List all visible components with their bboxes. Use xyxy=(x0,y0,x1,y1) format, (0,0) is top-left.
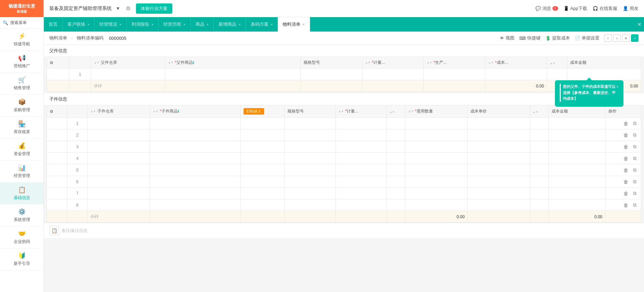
message-button[interactable]: 💬 消息 6 xyxy=(535,5,558,12)
child-row-required-qty-cell[interactable] xyxy=(405,141,468,153)
child-row-spec-cell[interactable] xyxy=(284,176,335,188)
child-row-spec-cell[interactable] xyxy=(284,188,335,199)
parent-row-goods-cell[interactable] xyxy=(165,69,301,80)
child-row-goods-cell[interactable] xyxy=(150,176,241,188)
nav-list-button[interactable]: ≡ xyxy=(622,34,630,42)
delete-row-icon[interactable]: 🗑 xyxy=(622,167,629,174)
parent-row-unit-cell[interactable] xyxy=(362,69,424,80)
child-row-cost-price-cell[interactable] xyxy=(468,188,530,199)
tab-customers-close[interactable]: × xyxy=(87,22,89,26)
sidebar-item-inventory[interactable]: 🏪 库存核算 xyxy=(0,117,44,139)
parent-row-produce-cell[interactable] xyxy=(424,69,485,80)
child-row-required-qty-cell[interactable] xyxy=(405,129,468,141)
app-download-button[interactable]: 📱 App下载 xyxy=(564,5,587,12)
online-service-button[interactable]: 🎧 在线客服 xyxy=(593,5,617,12)
child-row-required-qty-cell[interactable] xyxy=(405,176,468,188)
tab-operations-status[interactable]: 经营情况 × xyxy=(95,17,126,32)
child-row-spec-cell[interactable] xyxy=(284,199,335,211)
child-row-warehouse-cell[interactable] xyxy=(88,129,150,141)
parent-settings-icon[interactable]: ⚙ xyxy=(50,60,53,65)
sidebar-item-system[interactable]: ⚙️ 系统管理 xyxy=(0,205,44,226)
delete-row-icon[interactable]: 🗑 xyxy=(622,143,629,150)
child-row-unit-cell[interactable] xyxy=(335,129,386,141)
nav-add-button[interactable]: + xyxy=(631,34,639,42)
delete-row-icon[interactable]: 🗑 xyxy=(622,178,629,185)
child-row-unit-cell[interactable] xyxy=(335,176,386,188)
sidebar-item-marketing[interactable]: 📢 营销推广 xyxy=(0,51,44,73)
tab-customers[interactable]: 客户联络 × xyxy=(63,17,95,32)
shortcut-button[interactable]: ⌨ 快捷键 xyxy=(519,35,541,41)
child-row-goods-cell[interactable] xyxy=(150,199,241,211)
child-row-warehouse-cell[interactable] xyxy=(88,141,150,153)
child-row-unit-cell[interactable] xyxy=(335,188,386,199)
copy-row-icon[interactable]: ⧉ xyxy=(631,143,638,150)
child-row-unit-cell[interactable] xyxy=(335,153,386,164)
tab-home[interactable]: 首页 xyxy=(44,17,63,32)
delete-row-icon[interactable]: 🗑 xyxy=(622,132,629,139)
child-row-unit-cell[interactable] xyxy=(335,164,386,176)
child-row-spec-cell[interactable] xyxy=(284,164,335,176)
child-row-warehouse-cell[interactable] xyxy=(88,164,150,176)
nav-prev-button[interactable]: ‹ xyxy=(604,34,612,42)
child-row-required-qty-cell[interactable] xyxy=(405,199,468,211)
child-row-warehouse-cell[interactable] xyxy=(88,188,150,199)
child-row-cost-price-cell[interactable] xyxy=(468,199,530,211)
copy-row-icon[interactable]: ⧉ xyxy=(631,190,638,197)
copy-row-icon[interactable]: ⧉ xyxy=(631,178,638,185)
child-row-required-qty-cell[interactable] xyxy=(405,164,468,176)
tab-bom[interactable]: 物料清单 × xyxy=(278,17,310,32)
child-row-goods-cell[interactable] xyxy=(150,164,241,176)
nav-next-button[interactable]: › xyxy=(613,34,621,42)
tab-bom-close[interactable]: × xyxy=(302,22,305,26)
sidebar-item-basic-info[interactable]: 📋 基础信息 xyxy=(0,183,44,205)
child-row-cost-price-cell[interactable] xyxy=(468,129,530,141)
view-button[interactable]: 👁 视图 xyxy=(500,35,515,41)
child-row-warehouse-cell[interactable] xyxy=(88,199,150,211)
tab-barcode[interactable]: 条码方案 × xyxy=(246,17,278,32)
child-row-goods-cell[interactable] xyxy=(150,188,241,199)
parent-row-warehouse-cell[interactable] xyxy=(91,69,165,80)
child-row-cost-price-cell[interactable] xyxy=(468,153,530,164)
sidebar-item-collab[interactable]: 🤝 企业协同 xyxy=(0,226,44,248)
tab-add-goods[interactable]: 新增商品 × xyxy=(214,17,246,32)
child-row-unit-cell[interactable] xyxy=(335,118,386,129)
child-row-unit-cell[interactable] xyxy=(335,199,386,211)
child-row-unit-cell[interactable] xyxy=(335,141,386,153)
delete-row-icon[interactable]: 🗑 xyxy=(622,202,629,209)
child-row-spec-cell[interactable] xyxy=(284,118,335,129)
child-row-goods-cell[interactable] xyxy=(150,129,241,141)
delete-row-icon[interactable]: 🗑 xyxy=(622,120,629,127)
child-row-required-qty-cell[interactable] xyxy=(405,118,468,129)
scan-input-button[interactable]: 扫码录入 xyxy=(244,108,264,115)
child-row-goods-cell[interactable] xyxy=(150,153,241,164)
tab-ops-history[interactable]: 经营历程 × xyxy=(159,17,190,32)
child-row-spec-cell[interactable] xyxy=(284,129,335,141)
child-row-warehouse-cell[interactable] xyxy=(88,176,150,188)
sidebar-item-operations[interactable]: 📊 经营管理 xyxy=(0,161,44,183)
extract-cost-button[interactable]: 💲 提取成本 xyxy=(545,35,570,41)
tab-add-goods-close[interactable]: × xyxy=(238,22,240,26)
tab-ops-history-close[interactable]: × xyxy=(183,22,185,26)
search-menu[interactable]: 🔍 搜索菜单 xyxy=(0,17,44,29)
child-row-required-qty-cell[interactable] xyxy=(405,153,468,164)
copy-row-icon[interactable]: ⧉ xyxy=(631,202,638,209)
child-row-cost-price-cell[interactable] xyxy=(468,141,530,153)
child-settings-icon[interactable]: ⚙ xyxy=(50,109,53,114)
child-row-warehouse-cell[interactable] xyxy=(88,118,150,129)
delete-row-icon[interactable]: 🗑 xyxy=(622,190,629,197)
breadcrumb-bom-list[interactable]: 物料清单 xyxy=(49,35,67,41)
settings-gear-button[interactable]: ⚙ xyxy=(123,3,133,14)
single-settings-button[interactable]: 📄 单据设置 xyxy=(575,35,599,41)
child-row-spec-cell[interactable] xyxy=(284,141,335,153)
tab-profit-report-close[interactable]: × xyxy=(151,22,153,26)
copy-row-icon[interactable]: ⧉ xyxy=(631,167,638,174)
sidebar-item-quick-nav[interactable]: ⚡ 快捷导航 xyxy=(0,29,44,51)
parent-row-spec-cell[interactable] xyxy=(300,69,362,80)
child-row-required-qty-cell[interactable] xyxy=(405,188,468,199)
user-button[interactable]: 👤 用友 xyxy=(623,5,639,12)
tab-goods-close[interactable]: × xyxy=(207,22,209,26)
tooltip-close-button[interactable]: × xyxy=(616,84,619,90)
child-row-spec-cell[interactable] xyxy=(284,153,335,164)
tab-ops-status-close[interactable]: × xyxy=(119,22,121,26)
copy-row-icon[interactable]: ⧉ xyxy=(631,155,638,162)
